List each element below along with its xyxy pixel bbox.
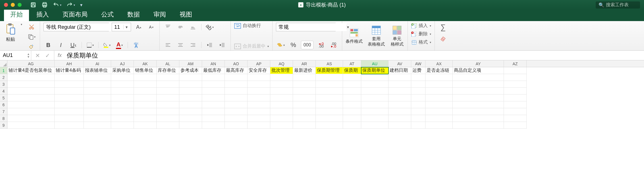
format-cells-button[interactable]: 格式▾ [411,39,431,45]
cell[interactable] [316,101,343,108]
cell[interactable] [55,88,84,95]
cell[interactable] [111,74,134,81]
cell[interactable] [179,101,202,108]
cell[interactable] [157,95,179,101]
column-header[interactable]: AM [179,60,202,67]
cell[interactable] [202,108,225,115]
cell[interactable] [453,88,504,95]
row-header[interactable]: 9 [0,122,7,129]
cell[interactable] [55,74,84,81]
cell[interactable] [84,95,111,101]
cell[interactable] [7,88,55,95]
font-name-input[interactable] [44,23,114,31]
column-header[interactable]: AY [453,60,504,67]
cell[interactable] [316,115,343,122]
increase-indent-button[interactable] [217,41,227,49]
cell[interactable] [504,122,527,129]
cell[interactable] [293,108,316,115]
cell[interactable] [361,74,389,81]
number-format-input[interactable] [276,23,347,31]
cell[interactable] [343,95,361,101]
cell[interactable] [248,81,270,88]
cell[interactable] [361,81,389,88]
cell[interactable] [179,74,202,81]
enter-formula-button[interactable]: ✓ [45,52,50,59]
cell[interactable] [389,88,411,95]
cell[interactable] [316,108,343,115]
cell[interactable] [293,115,316,122]
cell[interactable] [425,81,453,88]
cell[interactable] [293,95,316,101]
cell[interactable] [343,108,361,115]
cell[interactable] [504,101,527,108]
cell[interactable] [55,115,84,122]
cell[interactable] [202,101,225,108]
cell[interactable] [134,81,157,88]
phonetic-button[interactable]: abcA [131,41,141,49]
row-header[interactable]: 6 [0,101,7,108]
cell[interactable] [134,74,157,81]
cell[interactable] [504,67,527,74]
cell[interactable] [270,95,293,101]
column-header[interactable]: AG [7,60,55,67]
bold-button[interactable]: B [43,41,53,49]
format-as-table-button[interactable]: 套用 表格格式 [368,25,385,47]
cell[interactable] [157,108,179,115]
column-header[interactable]: AT [343,60,361,67]
cell[interactable] [225,88,248,95]
cell[interactable] [316,122,343,129]
cell[interactable] [343,81,361,88]
cell[interactable] [453,108,504,115]
cell[interactable] [7,115,55,122]
cell[interactable]: 批次管理 [270,67,293,74]
cell[interactable] [293,88,316,95]
cell[interactable] [343,88,361,95]
redo-button[interactable]: ▾ [67,2,75,8]
tab-data[interactable]: 数据 [121,8,146,21]
cell[interactable] [343,122,361,129]
conditional-format-button[interactable]: 条件格式 [346,28,363,44]
cell[interactable] [84,122,111,129]
cell[interactable] [343,101,361,108]
cell[interactable] [453,122,504,129]
cell[interactable]: 最低库存 [202,67,225,74]
clear-button[interactable] [438,34,448,43]
cell[interactable]: 辅计量4是否包装单位 [7,67,55,74]
cell[interactable] [389,101,411,108]
increase-decimal-button[interactable]: ◂.0.00 [316,41,326,49]
cell[interactable] [453,101,504,108]
cell[interactable] [389,115,411,122]
align-center-button[interactable] [176,41,185,49]
cell[interactable] [248,95,270,101]
paste-menu-arrow[interactable]: ▾ [21,23,22,26]
cell[interactable] [316,88,343,95]
cell[interactable] [55,122,84,129]
font-size-arrow[interactable]: ▾ [123,25,130,29]
cell[interactable]: 采购单位 [111,67,134,74]
italic-button[interactable]: I [56,41,66,49]
cell[interactable] [248,101,270,108]
cell[interactable] [316,74,343,81]
row-header[interactable]: 8 [0,115,7,122]
cell[interactable] [84,101,111,108]
decrease-font-button[interactable]: A▾ [146,23,156,31]
cell[interactable] [270,101,293,108]
align-top-button[interactable] [163,23,173,31]
column-header[interactable]: AH [55,60,84,67]
cell[interactable] [425,101,453,108]
cell[interactable] [157,88,179,95]
tab-page-layout[interactable]: 页面布局 [56,8,94,21]
insert-cells-button[interactable]: 插入▾ [411,23,431,29]
cell[interactable]: 运费 [411,67,425,74]
name-box[interactable]: ▲▼ [0,51,31,60]
cell[interactable] [293,101,316,108]
cell[interactable] [111,88,134,95]
cell[interactable] [225,95,248,101]
select-all-corner[interactable] [0,60,7,67]
comma-button[interactable]: 000 [301,41,313,49]
cell[interactable] [179,88,202,95]
border-button[interactable]: ▾ [85,41,95,49]
cell[interactable] [84,108,111,115]
cell[interactable] [411,115,425,122]
row-header[interactable]: 5 [0,95,7,101]
